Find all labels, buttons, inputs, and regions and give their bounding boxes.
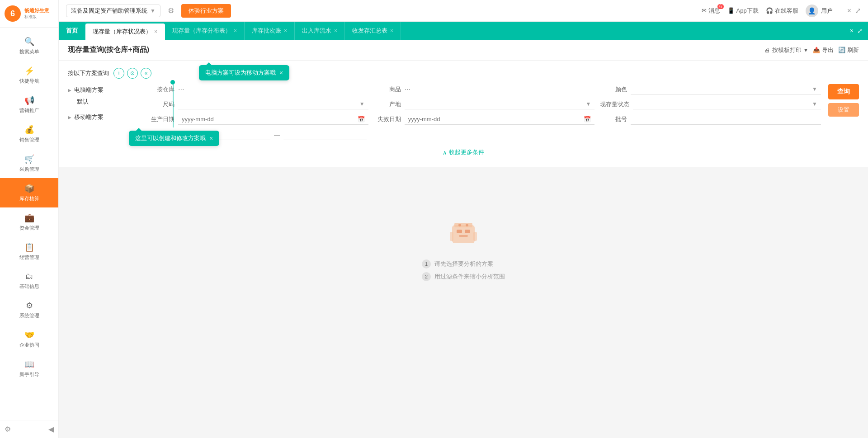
desktop-scheme-group[interactable]: ▶ 电脑端方案 [68,84,140,96]
svg-rect-2 [465,230,470,233]
sidebar-item-enterprise[interactable]: 🤝 企业协同 [0,325,58,354]
online-service-button[interactable]: 🎧 在线客服 [766,7,798,15]
expire-date-field[interactable] [408,116,582,122]
back-scheme-button[interactable]: « [141,68,151,79]
settings-gear-icon[interactable]: ⚙ [168,6,174,15]
settings-button[interactable]: ⚙ [5,425,11,433]
stock-status-select[interactable]: ▼ [633,99,821,109]
sales-icon: 💰 [24,125,34,135]
top-header: 装备及固定资产辅助管理系统 ▼ ⚙ 体验行业方案 ✉ 消息 6 📱 App下载 … [59,0,868,22]
refresh-button[interactable]: 🔄 刷新 [838,46,859,54]
filter-row-2: 尺码 ▼ 产地 ▼ [147,99,821,109]
tab-receive-summary[interactable]: 收发存汇总表 × [345,22,401,40]
expand-window-icon[interactable]: ⤢ [855,6,861,15]
tab-expand-icon[interactable]: ⤢ [857,27,863,34]
collapse-filter-button[interactable]: ∧ 收起更多条件 [68,145,859,160]
empty-illustration [441,207,486,252]
filter-field-expire-date: 失效日期 📅 [374,114,595,125]
empty-steps: 1 请先选择要分析的方案 2 用过滤条件来缩小分析范围 [422,259,505,281]
filter-icons: + ⊙ « [113,68,151,79]
empty-state: 1 请先选择要分析的方案 2 用过滤条件来缩小分析范围 [59,171,868,317]
svg-rect-8 [473,232,477,241]
sidebar-item-purchase[interactable]: 🛒 采购管理 [0,149,58,178]
sidebar-item-search-menu[interactable]: 🔍 搜索菜单 [0,31,58,61]
tab-close-icon[interactable]: × [234,28,237,34]
step-num-1: 1 [422,259,431,268]
batch-no-field[interactable] [631,114,821,125]
logo-badge: 标准版 [24,14,49,20]
sidebar-item-inventory[interactable]: 📦 库存核算 [0,178,58,207]
tab-close-icon[interactable]: × [284,28,287,34]
sidebar-item-finance[interactable]: 💼 资金管理 [0,207,58,237]
warehouse-more-icon[interactable]: ··· [178,85,184,94]
chevron-down-icon: ▼ [585,101,591,107]
create-tooltip-close-icon[interactable]: × [209,135,213,142]
filter-field-stock-status: 现存量状态 ▼ [600,99,821,109]
sidebar-item-guide[interactable]: 📖 新手引导 [0,354,58,383]
export-button[interactable]: 📤 导出 [813,46,834,54]
close-window-icon[interactable]: × [847,7,851,15]
system-name-selector[interactable]: 装备及固定资产辅助管理系统 ▼ [66,5,160,17]
tab-batch-account[interactable]: 库存批次账 × [245,22,295,40]
phone-icon: 📱 [727,7,735,14]
goods-more-icon[interactable]: ··· [405,85,410,94]
chevron-up-icon: ∧ [443,149,447,156]
guide-dot [170,80,175,85]
produce-date-input[interactable]: 📅 [178,114,368,125]
scheme-tooltip-close-icon[interactable]: × [279,69,283,76]
sidebar-item-label: 搜索菜单 [19,48,39,55]
notification-button[interactable]: ✉ 消息 6 [702,7,720,15]
notification-badge: 6 [717,4,724,9]
sidebar-item-basic-info[interactable]: 🗂 基础信息 [0,266,58,295]
search-button[interactable]: 查询 [828,84,859,99]
sidebar-item-system[interactable]: ⚙ 系统管理 [0,295,58,325]
app-download-button[interactable]: 📱 App下载 [727,7,759,15]
svg-rect-4 [454,223,472,227]
tab-close-icon[interactable]: × [390,28,393,34]
tab-close-all-icon[interactable]: × [850,27,854,34]
tab-close-icon[interactable]: × [154,28,157,35]
add-scheme-button[interactable]: + [113,68,124,79]
calendar-icon[interactable]: 📅 [584,116,591,122]
reset-button[interactable]: 设置 [828,103,859,117]
tab-inventory-status[interactable]: 现存量（库存状况表） × [85,24,165,40]
sidebar-bottom: ⚙ ◀ [0,420,58,438]
export-icon: 📤 [813,47,820,53]
tab-home[interactable]: 首页 [59,22,85,40]
collapse-sidebar-button[interactable]: ◀ [48,425,54,433]
copy-scheme-button[interactable]: ⊙ [127,68,138,79]
chevron-down-icon: ▼ [803,47,808,53]
page-header: 现存量查询(按仓库+商品) 🖨 按模板打印 ▼ 📤 导出 🔄 刷新 [59,40,868,61]
calendar-icon[interactable]: 📅 [358,116,365,122]
color-select[interactable]: ▼ [631,84,821,94]
stock-qty-to[interactable] [283,129,367,140]
size-select[interactable]: ▼ [178,99,368,109]
scheme-tooltip: 电脑方案可设为移动方案哦 × [199,65,289,80]
tab-inout-flow[interactable]: 出入库流水 × [295,22,345,40]
stock-qty-to-field[interactable] [283,129,367,140]
mobile-scheme-group[interactable]: ▶ 移动端方案 [68,111,140,123]
filter-row-1: 按仓库 ··· 商品 ··· 颜色 ▼ [147,84,821,94]
user-menu-button[interactable]: 👤 用户 [806,5,833,17]
tab-inventory-distribution[interactable]: 现存量（库存分布表） × [165,22,245,40]
sidebar-item-label: 资金管理 [19,225,39,231]
tab-close-icon[interactable]: × [334,28,337,34]
sidebar-item-quick-nav[interactable]: ⚡ 快捷导航 [0,61,58,90]
print-template-button[interactable]: 🖨 按模板打印 ▼ [764,46,808,54]
sidebar-item-operations[interactable]: 📋 经营管理 [0,237,58,266]
expire-date-input[interactable]: 📅 [405,114,595,125]
produce-date-field[interactable] [182,116,356,122]
logo: 6 畅通好生意 标准版 [0,0,58,28]
chevron-down-icon: ▼ [812,101,817,107]
origin-select[interactable]: ▼ [405,99,595,109]
sidebar-item-marketing[interactable]: 📢 营销推广 [0,90,58,119]
sidebar-item-sales[interactable]: 💰 销售管理 [0,119,58,149]
trial-button[interactable]: 体验行业方案 [181,4,231,18]
desktop-scheme-default[interactable]: 默认 [68,96,140,108]
create-tooltip: 这里可以创建和修改方案哦 × [129,131,219,146]
chevron-down-icon: ▼ [812,86,817,92]
empty-step-1: 1 请先选择要分析的方案 [422,259,505,268]
svg-rect-1 [457,230,462,233]
guide-line [173,82,174,127]
logo-text: 畅通好生意 [24,7,49,14]
